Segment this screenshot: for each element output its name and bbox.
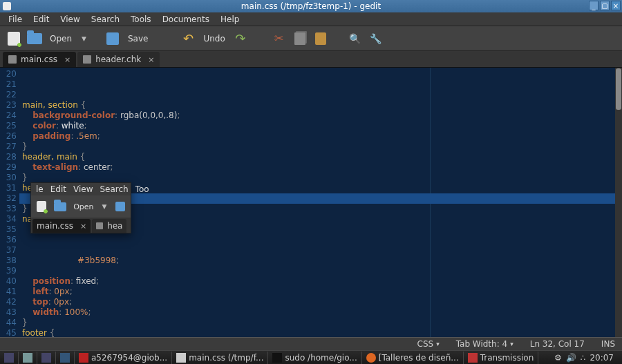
line-number-gutter: 2021222324252627282930313233343536373839… — [0, 68, 19, 337]
menu-file[interactable]: File — [3, 13, 28, 26]
gedit-icon — [176, 353, 186, 363]
tab-width-selector[interactable]: Tab Width: 4▾ — [456, 339, 513, 349]
menu-tools[interactable]: Tools — [125, 13, 157, 26]
find-button[interactable]: 🔍 — [347, 30, 364, 47]
menu-view[interactable]: View — [70, 184, 96, 195]
tray-indicator-icon[interactable]: ⚙ — [554, 353, 562, 363]
menu-search[interactable]: Search — [86, 13, 125, 26]
taskbar-launcher[interactable] — [56, 352, 75, 364]
code-line[interactable]: color: white; — [22, 121, 622, 131]
network-icon[interactable]: ∴ — [581, 353, 586, 363]
tab-close-icon[interactable]: × — [80, 222, 86, 231]
taskbar-item-firefox[interactable]: [Talleres de diseñ... — [362, 352, 464, 364]
maximize-button[interactable]: ▢ — [600, 1, 610, 10]
cut-icon: ✂ — [274, 32, 283, 45]
new-document-icon — [37, 201, 46, 212]
tab-close-icon[interactable]: × — [64, 55, 70, 64]
code-line[interactable]: background-color: rgba(0,0,0,.8); — [22, 111, 622, 121]
redo-button[interactable]: ↷ — [232, 30, 249, 47]
code-line[interactable]: } — [22, 318, 622, 328]
menubar: File Edit View Search Tools Documents He… — [0, 12, 622, 26]
code-line[interactable]: main, section { — [22, 100, 622, 111]
scroll-thumb[interactable] — [616, 68, 621, 110]
taskbar-item-filezilla[interactable]: a5267954@giob... — [75, 352, 172, 364]
tab-label: main.css — [21, 55, 57, 64]
line-number: 21 — [0, 79, 17, 90]
code-line[interactable] — [22, 266, 622, 276]
line-number: 44 — [0, 318, 17, 328]
line-number: 43 — [0, 307, 17, 318]
menu-search[interactable]: Search — [96, 184, 131, 195]
code-line[interactable]: footer { — [22, 328, 622, 337]
save-button[interactable] — [112, 198, 128, 215]
line-number: 29 — [0, 162, 17, 173]
code-line[interactable]: position: fixed; — [22, 276, 622, 287]
code-line[interactable]: top: 0px; — [22, 297, 622, 307]
new-document-button[interactable] — [34, 198, 50, 215]
tab-header-chk[interactable]: header.chk × — [77, 52, 160, 67]
insert-mode[interactable]: INS — [601, 339, 615, 349]
code-line[interactable] — [22, 245, 622, 256]
open-label[interactable]: Open — [47, 34, 75, 44]
undo-label[interactable]: Undo — [200, 34, 227, 44]
document-icon — [96, 222, 103, 229]
toolbar: Open ▼ Save ↶ Undo ↷ ✂ 🔍 🔧 — [0, 26, 622, 51]
save-label[interactable]: Save — [125, 34, 151, 44]
close-button[interactable]: × — [611, 1, 621, 10]
cut-button[interactable]: ✂ — [271, 30, 288, 47]
menu-view[interactable]: View — [55, 13, 85, 26]
tab-main-css[interactable]: main.css × — [3, 52, 76, 67]
open-dropdown-icon[interactable]: ▼ — [79, 35, 89, 42]
volume-icon[interactable]: 🔊 — [566, 353, 576, 363]
taskbar-item-transmission[interactable]: Transmission — [464, 352, 539, 364]
line-number: 40 — [0, 276, 17, 287]
line-number: 35 — [0, 224, 17, 235]
code-line[interactable]: padding: .5em; — [22, 131, 622, 142]
menu-edit[interactable]: Edit — [47, 184, 70, 195]
secondary-gedit-window[interactable]: le Edit View Search Too Open ▼ main.css … — [30, 182, 131, 233]
code-line[interactable]: left: 0px; — [22, 287, 622, 297]
menu-tools-cut[interactable]: Too — [132, 184, 153, 195]
open-dropdown-icon[interactable]: ▼ — [100, 203, 110, 210]
clock[interactable]: 20:07 — [590, 353, 614, 363]
menu-file-cut[interactable]: le — [32, 184, 47, 195]
code-line[interactable]: width: 100%; — [22, 307, 622, 318]
open-folder-button[interactable] — [26, 30, 43, 47]
tab-header-cut[interactable]: hea — [92, 219, 126, 233]
language-selector[interactable]: CSS▾ — [417, 339, 440, 349]
code-line[interactable]: text-align: center; — [22, 162, 622, 173]
folder-icon — [27, 33, 42, 44]
show-desktop-button[interactable] — [0, 352, 19, 364]
taskbar-item-gedit[interactable]: main.css (/tmp/f... — [172, 352, 268, 364]
copy-icon — [294, 32, 305, 45]
line-number: 33 — [0, 204, 17, 214]
taskbar-launcher[interactable] — [19, 352, 37, 364]
open-label[interactable]: Open — [70, 202, 96, 211]
terminal-icon — [272, 353, 282, 363]
tab-main-css[interactable]: main.css × — [32, 219, 91, 233]
undo-button[interactable]: ↶ — [180, 30, 196, 47]
code-line[interactable] — [22, 235, 622, 245]
taskbar-launcher[interactable] — [37, 352, 56, 364]
app-icon — [3, 2, 11, 10]
taskbar-item-terminal[interactable]: sudo /home/gio... — [268, 352, 361, 364]
save-button[interactable] — [104, 30, 121, 47]
line-number: 25 — [0, 121, 17, 131]
paste-button[interactable] — [312, 30, 329, 47]
tab-close-icon[interactable]: × — [148, 55, 154, 64]
copy-button[interactable] — [292, 30, 308, 47]
code-line[interactable]: } — [22, 173, 622, 183]
menu-edit[interactable]: Edit — [28, 13, 55, 26]
code-line[interactable]: header, main { — [22, 152, 622, 162]
vertical-scrollbar[interactable] — [615, 68, 622, 337]
replace-icon: 🔧 — [370, 33, 381, 44]
replace-button[interactable]: 🔧 — [368, 30, 384, 47]
menu-documents[interactable]: Documents — [157, 13, 215, 26]
minimize-button[interactable]: _ — [589, 1, 599, 10]
paste-icon — [315, 32, 326, 45]
code-line[interactable]: #3b5998; — [22, 256, 622, 266]
open-folder-button[interactable] — [53, 198, 68, 215]
code-line[interactable]: } — [22, 142, 622, 152]
new-document-button[interactable] — [6, 30, 22, 47]
menu-help[interactable]: Help — [215, 13, 245, 26]
